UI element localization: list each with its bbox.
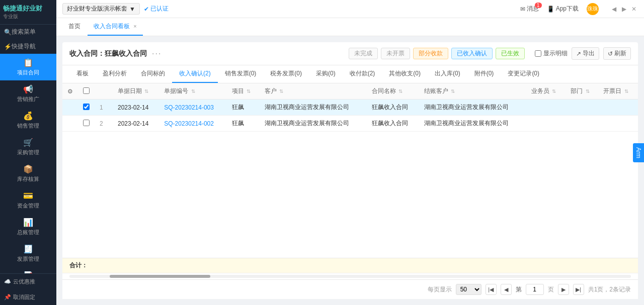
sub-tab-profit[interactable]: 盈利分析 [96, 65, 134, 83]
status-effective[interactable]: 已生效 [496, 48, 525, 59]
contract-name: 狂飙收入合同 [105, 49, 147, 57]
row1-settings-cell [62, 99, 78, 116]
sidebar-item-tax[interactable]: 📑 税务管理 [0, 267, 56, 273]
sub-tab-change-log-label: 变更记录(0) [508, 70, 539, 77]
right-float-button[interactable]: Arm [633, 143, 644, 162]
main-content: 好业财专业版演示帐套 ▼ ✔ 已认证 ✉ 消息 1 📱 App下载 珠珠 ◀ ▶… [56, 0, 644, 305]
th-department[interactable]: 部门 ⇅ [566, 83, 598, 99]
row1-num-cell: 1 [95, 99, 113, 116]
prev-page-button[interactable]: ◀ [501, 284, 512, 295]
th-order-no[interactable]: 单据编号 ⇅ [159, 83, 227, 99]
display-fine-toggle[interactable]: 显示明细 [535, 49, 568, 58]
sidebar-item-sales[interactable]: 💰 销售管理 [0, 107, 56, 134]
sub-tab-purchase[interactable]: 采购(0) [309, 65, 343, 83]
per-page-select[interactable]: 50 100 200 [456, 284, 481, 295]
total-label: 合计： [69, 262, 88, 269]
th-date[interactable]: 单据日期 ⇅ [113, 83, 159, 99]
table-row[interactable]: 2 2023-02-14 SQ-20230214-002 狂飙 湖南卫视商业运营… [62, 116, 638, 132]
quick-nav-button[interactable]: ⚡ 快捷导航 [0, 39, 56, 54]
messages-button[interactable]: ✉ 消息 1 [520, 5, 539, 13]
th-billing-customer[interactable]: 结账客户 ⇅ [419, 83, 526, 99]
sidebar-bottom-pin[interactable]: 📌 取消固定 [0, 289, 56, 305]
sub-tabs: 看板 盈利分析 合同标的 收入确认(2) 销售发票(0) 税务发票(0) [62, 65, 638, 83]
th-customer[interactable]: 客户 ⇅ [260, 83, 367, 99]
close-button[interactable]: ✕ [630, 5, 638, 13]
sort-billing-icon: ⇅ [451, 88, 455, 94]
company-chevron-icon: ▼ [129, 6, 135, 13]
row2-settings-cell [62, 116, 78, 132]
export-button[interactable]: ↗ 导出 [572, 47, 599, 60]
select-all-checkbox[interactable] [83, 87, 90, 94]
tab-contract-board[interactable]: 收入合同看板 × [88, 18, 143, 36]
invoice-icon: 🧾 [23, 244, 33, 254]
sidebar-item-purchase[interactable]: 🛒 采购管理 [0, 134, 56, 160]
nav-forward-button[interactable]: ▶ [620, 5, 628, 13]
row1-contract-cell: 狂飙收入合同 [367, 99, 419, 116]
tab-home[interactable]: 首页 [62, 18, 87, 36]
settings-icon[interactable]: ⚙ [67, 88, 73, 95]
sub-tab-contract-standard[interactable]: 合同标的 [134, 65, 172, 83]
sub-tab-attachment[interactable]: 附件(0) [467, 65, 501, 83]
sidebar-item-general[interactable]: 📊 总账管理 [0, 214, 56, 240]
table-container: ⚙ 单据日期 ⇅ [62, 83, 638, 299]
row1-checkbox-cell[interactable] [78, 99, 95, 116]
sub-tab-tax-invoice[interactable]: 税务发票(0) [263, 65, 309, 83]
last-page-button[interactable]: ▶| [573, 284, 584, 295]
th-project[interactable]: 项目 ⇅ [227, 83, 260, 99]
row2-checkbox-cell[interactable] [78, 116, 95, 132]
sidebar-item-purchase-label: 采购管理 [17, 149, 39, 156]
th-open-date[interactable]: 开票日 ⇅ [598, 83, 638, 99]
table-scroll-area[interactable]: ⚙ 单据日期 ⇅ [62, 83, 638, 258]
status-incomplete[interactable]: 未完成 [349, 48, 378, 59]
page-number-input[interactable]: 1 [526, 284, 544, 295]
sub-tab-kanban[interactable]: 看板 [69, 65, 96, 83]
row2-order-link[interactable]: SQ-20230214-002 [164, 120, 214, 127]
nav-back-button[interactable]: ◀ [610, 5, 618, 13]
sidebar-item-capital[interactable]: 💳 资金管理 [0, 187, 56, 214]
first-page-button[interactable]: |◀ [486, 284, 497, 295]
logo-sub: 专业版 [3, 13, 53, 20]
status-not-invoiced[interactable]: 未开票 [381, 48, 410, 59]
status-confirmed[interactable]: 已收入确认 [451, 48, 493, 59]
sub-tab-payment[interactable]: 收付款(2) [343, 65, 382, 83]
display-fine-checkbox[interactable] [535, 50, 541, 57]
row1-order-link[interactable]: SQ-20230214-003 [164, 104, 214, 111]
avatar[interactable]: 珠珠 [587, 3, 599, 15]
status-partial-collected[interactable]: 部分收款 [413, 48, 448, 59]
search-menu-label: 搜索菜单 [12, 28, 36, 36]
header-actions: 显示明细 ↗ 导出 ↺ 刷新 [535, 47, 631, 60]
refresh-button[interactable]: ↺ 刷新 [603, 47, 631, 60]
tab-close-icon[interactable]: × [133, 23, 136, 29]
sidebar-item-marketing-label: 营销推广 [17, 95, 39, 103]
company-selector[interactable]: 好业财专业版演示帐套 ▼ [62, 3, 140, 15]
sidebar-item-marketing[interactable]: 📢 营销推广 [0, 80, 56, 107]
scrollbar-thumb[interactable] [110, 275, 210, 278]
display-fine-label: 显示明细 [543, 49, 568, 58]
row2-checkbox[interactable] [83, 120, 90, 126]
th-contract-name[interactable]: 合同名称 ⇅ [367, 83, 419, 99]
app-download-button[interactable]: 📱 App下载 [547, 5, 579, 13]
marketing-icon: 📢 [23, 84, 33, 94]
sub-tab-outbound[interactable]: 出入库(0) [428, 65, 467, 83]
refresh-icon: ↺ [608, 50, 613, 57]
sub-tab-change-log[interactable]: 变更记录(0) [501, 65, 546, 83]
row1-billing-cell: 湖南卫视商业运营发展有限公司 [419, 99, 526, 116]
row1-checkbox[interactable] [83, 104, 90, 110]
row2-orderno-cell[interactable]: SQ-20230214-002 [159, 116, 227, 132]
search-menu-button[interactable]: 🔍 搜索菜单 [0, 25, 56, 39]
contract-more-button[interactable]: ··· [152, 49, 162, 58]
sidebar-item-project[interactable]: 📋 项目合同 [0, 54, 56, 80]
sort-customer-icon: ⇅ [279, 88, 283, 94]
sub-tab-other-income[interactable]: 其他收支(0) [382, 65, 428, 83]
sidebar-item-inventory[interactable]: 📦 库存核算 [0, 160, 56, 187]
row1-orderno-cell[interactable]: SQ-20230214-003 [159, 99, 227, 116]
sidebar-item-invoice[interactable]: 🧾 发票管理 [0, 240, 56, 267]
scrollbar-track[interactable] [69, 275, 631, 278]
sub-tab-income-confirm[interactable]: 收入确认(2) [172, 65, 218, 83]
next-page-button[interactable]: ▶ [558, 284, 569, 295]
table-row[interactable]: 1 2023-02-14 SQ-20230214-003 狂飙 湖南卫视商业运营… [62, 99, 638, 116]
sidebar-item-general-label: 总账管理 [17, 229, 39, 236]
sub-tab-sales-invoice[interactable]: 销售发票(0) [218, 65, 264, 83]
th-salesperson[interactable]: 业务员 ⇅ [526, 83, 566, 99]
sidebar-bottom-cloud[interactable]: ☁️ 云优惠推 [0, 274, 56, 289]
